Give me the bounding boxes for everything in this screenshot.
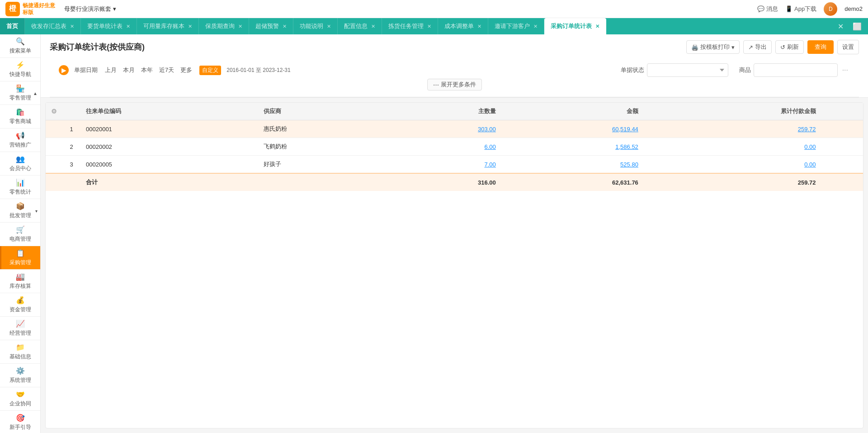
refresh-button[interactable]: ↺ 刷新 [775,40,804,54]
shortcut-this-year[interactable]: 本年 [139,65,155,75]
goods-filter-label: 商品 [739,66,751,74]
date-filter-label: 单据日期 [74,66,98,74]
template-print-button[interactable]: 🖨️ 按模板打印 ▾ [686,40,740,54]
sidebar-item-shortcuts-label: 快捷导航 [9,71,31,78]
tab-func-desc[interactable]: 功能说明 ✕ [293,18,338,34]
status-filter-select[interactable] [647,63,728,77]
row3-paid: 0.00 [644,156,821,174]
tab-func-desc-close[interactable]: ✕ [327,24,331,29]
top-bar-right: 💬 消息 📱 App下载 D demo2 [757,2,863,16]
query-button[interactable]: 查询 [807,40,834,54]
sidebar-item-search[interactable]: 🔍 搜索菜单 [0,34,40,58]
sidebar-item-finance-mgmt[interactable]: 💰 资金管理 [0,293,40,317]
shortcut-this-month[interactable]: 本月 [121,65,137,75]
tab-cost-adjust-close[interactable]: ✕ [477,24,481,29]
row3-extra [821,156,863,174]
tab-pick-task-close[interactable]: ✕ [427,24,431,29]
status-filter-label: 单据状态 [621,66,644,74]
sidebar-item-marketing[interactable]: 📢 营销推广 [0,128,40,152]
row3-quantity-link[interactable]: 7.00 [484,161,495,168]
col-quantity-header: 主数量 [390,103,501,120]
sidebar-item-new-guide[interactable]: 🎯 新手引导 [0,411,40,433]
tab-purchase-order-stat-close[interactable]: ✕ [595,24,599,29]
tab-maximize-btn[interactable]: ⬜ [850,21,864,32]
tab-close-window-btn[interactable]: ✕ [835,21,846,32]
row3-amount-link[interactable]: 525.80 [620,161,638,168]
sidebar-item-basic-info-label: 基础信息 [9,353,31,361]
row1-quantity-link[interactable]: 303.00 [478,126,496,133]
sidebar-item-enterprise-collab[interactable]: 🤝 企业协同 [0,387,40,411]
goods-filter-input[interactable] [754,63,838,77]
workspace-selector[interactable]: 母婴行业演示账套 ▾ [64,5,116,13]
logo-icon: 橙 [5,2,20,16]
row2-amount-link[interactable]: 1,586.52 [615,143,638,150]
row3-index: 3 [62,156,80,174]
row2-paid-link[interactable]: 0.00 [804,143,816,150]
col-supplier-header: 供应商 [258,103,391,120]
sidebar-item-system-mgmt[interactable]: ⚙️ 系统管理 [0,364,40,387]
tab-invite-downstream[interactable]: 邀请下游客户 ✕ [488,18,544,34]
sidebar: 🔍 搜索菜单 ⚡ 快捷导航 🏪 零售管理 ▲ 🛍️ 零售商城 📢 营销推广 👥 … [0,34,41,433]
row2-paid: 0.00 [644,138,821,156]
date-range-display: 2016-01-01 至 2023-12-31 [226,67,290,74]
row1-code: 00020001 [80,120,258,138]
tab-purchase-order-stat[interactable]: 采购订单统计表 ✕ [544,18,606,34]
shortcut-more[interactable]: 更多 [179,65,194,75]
shortcut-last-7-days[interactable]: 近7天 [157,65,176,75]
sidebar-item-retail-stats[interactable]: 📊 零售统计 [0,176,40,199]
shortcut-last-month[interactable]: 上月 [103,65,118,75]
retail-stats-icon: 📊 [16,178,25,187]
tab-invite-downstream-close[interactable]: ✕ [533,24,538,29]
tab-pick-task[interactable]: 拣货任务管理 ✕ [382,18,438,34]
app-download-btn[interactable]: 📱 App下载 [785,5,816,13]
tab-receive-send-close[interactable]: ✕ [70,24,74,29]
user-avatar[interactable]: D [824,2,837,16]
row1-paid-link[interactable]: 259.72 [798,126,816,133]
sidebar-item-inventory-check[interactable]: 🏭 库存核算 [0,270,40,293]
table-footer-row: 合计 316.00 62,631.76 259.72 [46,173,863,191]
gear-settings-icon[interactable]: ⚙ [51,108,57,115]
shortcuts-icon: ⚡ [16,61,25,69]
row3-paid-link[interactable]: 0.00 [804,161,816,168]
sidebar-item-ecommerce-mgmt[interactable]: 🛒 电商管理 [0,223,40,246]
sidebar-item-operations-mgmt[interactable]: 📈 经营管理 [0,317,40,340]
row2-quantity-link[interactable]: 6.00 [484,143,495,150]
system-mgmt-icon: ⚙️ [16,366,25,375]
tab-cost-adjust[interactable]: 成本调整单 ✕ [438,18,488,34]
sidebar-item-member-center[interactable]: 👥 会员中心 [0,152,40,176]
sidebar-item-shortcuts[interactable]: ⚡ 快捷导航 [0,58,40,81]
tab-shelf-life[interactable]: 保质期查询 ✕ [199,18,249,34]
tab-available-stock[interactable]: 可用量库存账本 ✕ [137,18,199,34]
tab-receive-send[interactable]: 收发存汇总表 ✕ [25,18,81,34]
row1-amount-link[interactable]: 60,519.44 [612,126,638,133]
tab-pick-task-label: 拣货任务管理 [388,22,424,30]
sidebar-item-retail-mgmt[interactable]: 🏪 零售管理 ▲ [0,81,40,105]
tab-config-info-close[interactable]: ✕ [371,24,375,29]
main-layout: 🔍 搜索菜单 ⚡ 快捷导航 🏪 零售管理 ▲ 🛍️ 零售商城 📢 营销推广 👥 … [0,34,868,433]
user-name[interactable]: demo2 [844,5,863,12]
sidebar-item-basic-info[interactable]: 📁 基础信息 [0,340,40,364]
settings-button[interactable]: 设置 [837,40,859,54]
col-paid-header: 累计付款金额 [644,103,821,120]
operations-mgmt-icon: 📈 [16,319,25,328]
tab-config-info[interactable]: 配置信息 ✕ [338,18,382,34]
tab-overstock-warning[interactable]: 超储预警 ✕ [249,18,293,34]
expand-conditions-btn[interactable]: ⋯ 展开更多条件 [427,79,482,90]
tab-requisition-stat[interactable]: 要货单统计表 ✕ [81,18,137,34]
export-button[interactable]: ↗ 导出 [743,40,772,54]
sidebar-item-wholesale-mgmt[interactable]: 📦 批发管理 ▾ [0,199,40,223]
row3-code: 00020005 [80,156,258,174]
filter-collapse-btn[interactable]: ▶ [59,65,69,75]
tab-home[interactable]: 首页 [0,18,25,34]
sidebar-item-purchase-mgmt[interactable]: 📋 采购管理 [0,246,40,270]
tab-overstock-warning-close[interactable]: ✕ [283,24,287,29]
sidebar-item-system-mgmt-label: 系统管理 [9,376,31,384]
goods-filter-more-icon[interactable]: ··· [840,66,850,74]
tab-shelf-life-close[interactable]: ✕ [238,24,242,29]
row2-amount: 1,586.52 [501,138,644,156]
tab-requisition-stat-close[interactable]: ✕ [126,24,130,29]
custom-date-tag: 自定义 [199,66,221,75]
message-btn[interactable]: 💬 消息 [757,5,778,13]
sidebar-item-retail-mall[interactable]: 🛍️ 零售商城 [0,105,40,128]
tab-available-stock-close[interactable]: ✕ [188,24,192,29]
